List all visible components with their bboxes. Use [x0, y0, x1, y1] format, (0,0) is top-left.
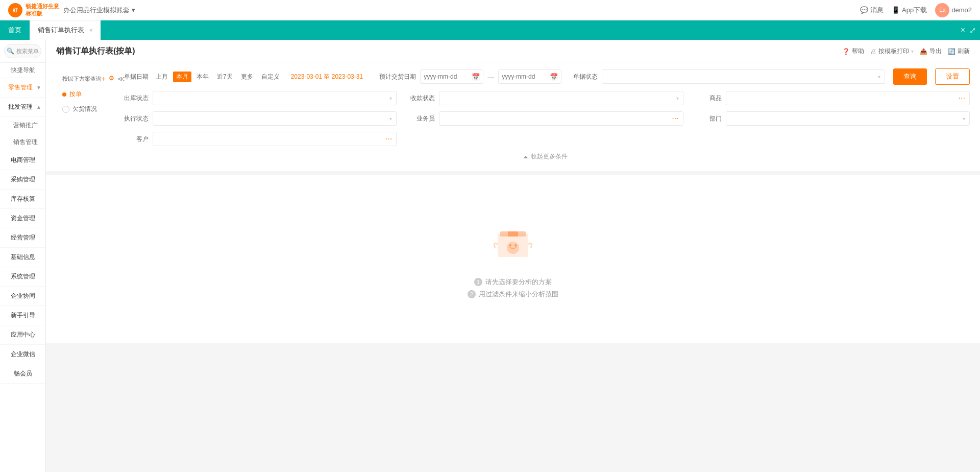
- circle-icon: [62, 106, 69, 113]
- newuser-label: 新手引导: [4, 311, 41, 320]
- sidebar-item-finance[interactable]: 资金管理: [0, 209, 45, 228]
- user-area[interactable]: Ea demo2: [935, 3, 972, 17]
- shipment-status-field: 出库状态 ▾: [120, 91, 397, 105]
- dots-icon[interactable]: ···: [959, 93, 965, 103]
- tab-sales-order[interactable]: 销售订单执行表 ×: [30, 20, 101, 40]
- collapse-icon: ⏶: [523, 153, 529, 160]
- sidebar-item-operations[interactable]: 经营管理: [0, 228, 45, 248]
- finance-label: 资金管理: [4, 214, 41, 223]
- shipment-select[interactable]: ▾: [153, 91, 397, 105]
- date-tab-lastmonth[interactable]: 上月: [153, 72, 171, 82]
- sidebar-sub-marketing[interactable]: 营销推广: [0, 117, 45, 134]
- filter-row-3: 执行状态 ▾ 业务员 ···: [120, 111, 970, 126]
- tab-home[interactable]: 首页: [0, 20, 30, 40]
- expected-date-start-input[interactable]: 📅: [420, 69, 483, 84]
- sidebar-item-member[interactable]: 畅会员: [0, 364, 45, 384]
- app-download-btn[interactable]: 📱 App下载: [892, 6, 927, 15]
- department-field: 部门 ▾: [694, 111, 970, 126]
- date-tab-thisyear[interactable]: 本年: [193, 72, 212, 82]
- purchase-label: 采购管理: [4, 175, 41, 184]
- tab-close-btn[interactable]: ×: [961, 26, 965, 35]
- add-scheme-icon[interactable]: +: [102, 75, 106, 83]
- date-end-input[interactable]: [502, 73, 548, 80]
- empty-hint-1: 1 请先选择要分析的方案: [474, 277, 552, 287]
- sidebar-item-basic[interactable]: 基础信息: [0, 248, 45, 267]
- salesperson-label: 业务员: [407, 114, 435, 123]
- export-btn[interactable]: 📤 导出: [920, 47, 942, 56]
- wholesale-label: 批发管理: [4, 103, 36, 111]
- message-btn[interactable]: 💬 消息: [860, 6, 884, 15]
- filter-row-4: 客户 ···: [120, 132, 970, 146]
- bill-status-field: 单据状态 ▾: [570, 69, 885, 84]
- department-select[interactable]: ▾: [726, 111, 970, 126]
- chevron-down-icon: ▾: [878, 74, 880, 80]
- customer-input[interactable]: ···: [153, 132, 397, 146]
- wechat-label: 企业微信: [4, 350, 41, 359]
- sidebar-item-wechat[interactable]: 企业微信: [0, 345, 45, 364]
- tab-expand-btn[interactable]: ⤢: [969, 26, 976, 35]
- date-tab-custom[interactable]: 自定义: [258, 72, 283, 82]
- sidebar-item-wholesale[interactable]: 批发管理 ▲: [0, 98, 45, 117]
- dots-icon[interactable]: ···: [385, 134, 392, 144]
- product-input[interactable]: ···: [726, 91, 970, 105]
- export-icon: 📤: [920, 48, 927, 55]
- date-tab-more[interactable]: 更多: [238, 72, 256, 82]
- shipment-label: 出库状态: [120, 94, 149, 103]
- nav-tabs: 首页 销售订单执行表 × × ⤢: [0, 20, 980, 40]
- sidebar-item-retail[interactable]: 零售管理 ▼: [0, 78, 45, 98]
- scheme-item-backorder[interactable]: 欠货情况: [56, 102, 112, 116]
- help-btn[interactable]: ❓ 帮助: [842, 47, 864, 56]
- refresh-icon: 🔄: [948, 48, 955, 55]
- print-btn[interactable]: 🖨 按模板打印 ▾: [870, 47, 914, 56]
- salesperson-input[interactable]: ···: [439, 111, 683, 126]
- logo-text: 畅捷通好生意 标准版: [26, 3, 59, 16]
- search-button[interactable]: 查询: [893, 68, 927, 85]
- scheme-panel: 按以下方案查询 + ⚙ ≪ 按单 欠货情况: [56, 68, 112, 165]
- date-tabs: 上月 本月 本年 近7天 更多 自定义: [153, 72, 283, 82]
- operations-label: 经营管理: [4, 233, 41, 242]
- date-separator: —: [487, 73, 494, 81]
- sidebar-item-enterprise[interactable]: 企业协同: [0, 287, 45, 306]
- sidebar-item-purchase[interactable]: 采购管理: [0, 170, 45, 190]
- print-icon: 🖨: [870, 48, 876, 55]
- refresh-btn[interactable]: 🔄 刷新: [948, 47, 970, 56]
- avatar: Ea: [935, 3, 949, 17]
- sidebar-sub-sales[interactable]: 销售管理: [0, 134, 45, 151]
- appcenter-label: 应用中心: [4, 331, 41, 339]
- enterprise-label: 企业协同: [4, 292, 41, 300]
- bill-status-select[interactable]: ▾: [602, 69, 885, 84]
- filter-row-2: 出库状态 ▾ 收款状态 ▾: [120, 91, 970, 105]
- marketing-label: 营销推广: [13, 121, 38, 130]
- execution-status-field: 执行状态 ▾: [120, 111, 397, 126]
- page-actions: ❓ 帮助 🖨 按模板打印 ▾ 📤 导出 🔄 刷新: [842, 47, 970, 56]
- date-tab-7days[interactable]: 近7天: [214, 72, 236, 82]
- scheme-item-order[interactable]: 按单: [56, 87, 112, 102]
- settings-button[interactable]: 设置: [935, 68, 970, 85]
- scheme-panel-header: 按以下方案查询 + ⚙ ≪: [56, 73, 112, 87]
- department-label: 部门: [694, 114, 722, 123]
- date-tab-thismonth[interactable]: 本月: [173, 72, 191, 82]
- message-icon: 💬: [860, 6, 868, 14]
- search-icon: 🔍: [7, 48, 14, 55]
- sidebar-item-ecommerce[interactable]: 电商管理: [0, 151, 45, 170]
- sidebar-item-inventory[interactable]: 库存核算: [0, 190, 45, 209]
- sidebar-item-system[interactable]: 系统管理: [0, 267, 45, 287]
- sidebar-item-appcenter[interactable]: 应用中心: [0, 325, 45, 345]
- receipt-select[interactable]: ▾: [439, 91, 683, 105]
- top-bar-left: 好 畅捷通好生意 标准版 办公用品行业模拟账套 ▾: [8, 3, 135, 17]
- content-area: 销售订单执行表(按单) ❓ 帮助 🖨 按模板打印 ▾ 📤 导出 🔄 刷新: [46, 40, 980, 472]
- tab-close-icon[interactable]: ×: [89, 27, 92, 33]
- search-menu-btn[interactable]: 🔍 搜索菜单: [4, 44, 41, 58]
- expected-date-end-input[interactable]: 📅: [498, 69, 561, 84]
- date-start-input[interactable]: [424, 73, 470, 80]
- sidebar-item-quick-nav[interactable]: 快捷导航: [0, 63, 45, 78]
- app-selector[interactable]: 办公用品行业模拟账套 ▾: [63, 6, 135, 15]
- dots-icon[interactable]: ···: [672, 114, 678, 123]
- collapse-filter-btn[interactable]: ⏶ 收起更多条件: [120, 150, 970, 165]
- execution-label: 执行状态: [120, 114, 149, 123]
- execution-select[interactable]: ▾: [153, 111, 397, 126]
- sidebar-item-newuser[interactable]: 新手引导: [0, 306, 45, 325]
- svg-rect-2: [508, 231, 518, 237]
- quick-nav-label: 快捷导航: [11, 66, 35, 74]
- hint-num-2: 2: [468, 290, 476, 298]
